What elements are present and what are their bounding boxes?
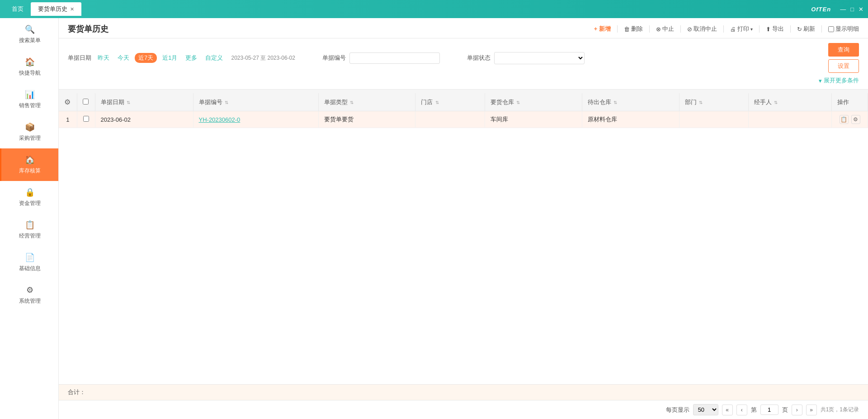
tab-home[interactable]: 首页 <box>5 2 31 16</box>
divider5 <box>759 25 760 33</box>
expand-more-label: 展开更多条件 <box>824 76 859 85</box>
edit-action-icon[interactable]: ⚙ <box>851 115 860 124</box>
per-page-select[interactable]: 20 50 100 <box>693 404 718 415</box>
col-req-warehouse: 要货仓库 ⇅ <box>485 93 582 111</box>
col-handler: 经手人 ⇅ <box>748 93 831 111</box>
table-area: ⚙ 单据日期 ⇅ 单据编号 ⇅ <box>59 93 868 384</box>
col-store-label: 门店 <box>421 99 433 105</box>
sidebar-item-inventory[interactable]: 🏠 库存核算 <box>0 148 58 181</box>
tab-requisition-history[interactable]: 要货单历史 ✕ <box>31 2 81 16</box>
col-department-label: 部门 <box>685 99 697 105</box>
next-page-btn[interactable]: › <box>792 405 802 415</box>
sidebar-item-quick-nav[interactable]: 🏠 快捷导航 <box>0 51 58 83</box>
cancel-stop-icon: ⊘ <box>687 26 692 33</box>
content-area: 要货单历史 + 新增 🗑 删除 ⊗ 中止 ⊘ 取消中止 <box>59 18 868 419</box>
date-btn-yesterday[interactable]: 昨天 <box>95 53 112 63</box>
quick-nav-icon: 🏠 <box>25 57 35 67</box>
minimize-btn[interactable]: — <box>840 6 846 13</box>
export-button[interactable]: ⬆ 导出 <box>766 25 784 33</box>
col-pending-warehouse-label: 待出仓库 <box>588 99 611 105</box>
sidebar-item-finance[interactable]: 🔒 资金管理 <box>0 181 58 214</box>
row-select-checkbox[interactable] <box>83 116 89 122</box>
last-page-btn[interactable]: » <box>806 405 817 415</box>
sort-icon-req-warehouse[interactable]: ⇅ <box>516 100 520 105</box>
divider4 <box>723 25 724 33</box>
date-btn-more[interactable]: 更多 <box>183 53 200 63</box>
delete-icon: 🗑 <box>624 26 630 33</box>
select-all-checkbox[interactable] <box>83 99 89 105</box>
filter-area: 单据日期 昨天 今天 近7天 近1月 更多 自定义 2023-05-27 至 2… <box>59 38 868 90</box>
row-doc-type: 要货单要货 <box>318 111 415 128</box>
header-row: ⚙ 单据日期 ⇅ 单据编号 ⇅ <box>59 93 868 111</box>
filter-settings-button[interactable]: 设置 <box>828 59 859 73</box>
col-settings[interactable]: ⚙ <box>59 93 77 111</box>
sidebar-item-label: 销售管理 <box>19 102 41 110</box>
refresh-icon: ↻ <box>797 26 802 33</box>
sort-icon-handler[interactable]: ⇅ <box>774 100 778 105</box>
date-label: 单据日期 <box>68 54 91 62</box>
view-action-icon[interactable]: 📋 <box>840 115 849 124</box>
date-btn-7days[interactable]: 近7天 <box>135 53 157 63</box>
table-row: 1 2023-06-02 YH-20230602-0 要货单要货 车间库 原材料… <box>59 111 868 128</box>
sidebar-item-system[interactable]: ⚙ 系统管理 <box>0 279 58 311</box>
sidebar-item-operations[interactable]: 📋 经营管理 <box>0 214 58 246</box>
page-summary: 共1页，1条记录 <box>821 406 859 414</box>
date-btn-1month[interactable]: 近1月 <box>160 53 180 63</box>
date-range-display: 2023-05-27 至 2023-06-02 <box>231 54 295 62</box>
per-page-label: 每页显示 <box>666 406 689 414</box>
tab-requisition-history-label: 要货单历史 <box>38 5 67 13</box>
main-layout: 🔍 搜索菜单 🏠 快捷导航 📊 销售管理 📦 采购管理 🏠 库存核算 🔒 资金管… <box>0 18 868 419</box>
col-pending-warehouse: 待出仓库 ⇅ <box>582 93 679 111</box>
close-btn[interactable]: ✕ <box>859 6 863 13</box>
row-index: 1 <box>59 111 77 128</box>
page-label: 第 <box>751 406 757 414</box>
col-gear-icon[interactable]: ⚙ <box>64 98 71 106</box>
total-label: 合计： <box>68 388 85 396</box>
sort-icon-department[interactable]: ⇅ <box>699 100 703 105</box>
status-select[interactable] <box>494 52 585 64</box>
display-detail-checkbox[interactable] <box>828 26 834 32</box>
new-button[interactable]: + 新增 <box>594 25 611 33</box>
sidebar-item-purchase[interactable]: 📦 采购管理 <box>0 116 58 148</box>
print-button[interactable]: 🖨 打印 ▾ <box>730 25 753 33</box>
sidebar-item-basic-info[interactable]: 📄 基础信息 <box>0 246 58 279</box>
page-title: 要货单历史 <box>68 24 108 34</box>
row-checkbox[interactable] <box>77 111 95 128</box>
window-controls: OfTEn — □ ✕ <box>811 6 863 13</box>
sidebar-item-search-menu[interactable]: 🔍 搜索菜单 <box>0 18 58 51</box>
divider2 <box>649 25 650 33</box>
sidebar: 🔍 搜索菜单 🏠 快捷导航 📊 销售管理 📦 采购管理 🏠 库存核算 🔒 资金管… <box>0 18 59 419</box>
col-handler-label: 经手人 <box>754 99 772 105</box>
sidebar-item-sales[interactable]: 📊 销售管理 <box>0 83 58 116</box>
toolbar: + 新增 🗑 删除 ⊗ 中止 ⊘ 取消中止 🖨 <box>594 25 859 33</box>
maximize-btn[interactable]: □ <box>850 6 854 13</box>
delete-button[interactable]: 🗑 删除 <box>624 25 643 33</box>
sort-icon-doc-no[interactable]: ⇅ <box>225 100 228 105</box>
prev-page-btn[interactable]: ‹ <box>736 405 747 415</box>
print-label: 打印 <box>737 25 749 33</box>
date-btn-today[interactable]: 今天 <box>115 53 132 63</box>
sort-icon-pending-warehouse[interactable]: ⇅ <box>613 100 617 105</box>
expand-more-button[interactable]: ▾ 展开更多条件 <box>819 76 859 85</box>
sidebar-item-label: 资金管理 <box>19 200 41 207</box>
sort-icon-doc-date[interactable]: ⇅ <box>127 100 130 105</box>
search-menu-icon: 🔍 <box>25 24 35 34</box>
sort-icon-doc-type[interactable]: ⇅ <box>350 100 354 105</box>
refresh-button[interactable]: ↻ 刷新 <box>797 25 815 33</box>
sidebar-item-label: 快捷导航 <box>19 69 41 77</box>
docno-input[interactable] <box>349 52 440 64</box>
stop-button[interactable]: ⊗ 中止 <box>656 25 674 33</box>
query-button[interactable]: 查询 <box>828 43 859 57</box>
sort-icon-store[interactable]: ⇅ <box>435 100 439 105</box>
status-label: 单据状态 <box>467 54 491 62</box>
cancel-stop-button[interactable]: ⊘ 取消中止 <box>687 25 717 33</box>
first-page-btn[interactable]: « <box>722 405 733 415</box>
filter-buttons: 查询 设置 <box>828 43 859 73</box>
tab-close-icon[interactable]: ✕ <box>70 6 74 12</box>
display-detail-button[interactable]: 显示明细 <box>828 25 859 33</box>
divider1 <box>617 25 618 33</box>
row-doc-no[interactable]: YH-20230602-0 <box>193 111 318 128</box>
date-btn-custom[interactable]: 自定义 <box>203 53 226 63</box>
col-doc-no: 单据编号 ⇅ <box>193 93 318 111</box>
page-number-input[interactable] <box>760 405 778 415</box>
